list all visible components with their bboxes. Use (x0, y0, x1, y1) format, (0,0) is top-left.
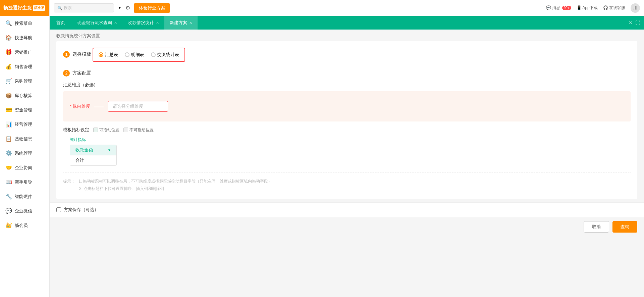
query-button[interactable]: 查询 (612, 221, 637, 233)
template-selector: 汇总表 明细表 交叉统计表 (93, 48, 185, 62)
main-area: 🔍 搜索 ▼ ⚙ 体验行业方案 💬 消息 99+ 📱 App下载 🎧 在线客服 … (50, 0, 644, 297)
sidebar-item-hardware[interactable]: 🔧 智能硬件 (0, 189, 49, 204)
step1-number: 1 (63, 51, 70, 58)
chevron-down-icon[interactable]: ▼ (118, 6, 121, 10)
search-placeholder-text: 搜索 (64, 5, 72, 11)
search-menu-icon: 🔍 (5, 20, 12, 27)
tab-bank-flow[interactable]: 现金银行流水查询 ✕ (72, 16, 122, 30)
indicator-table: 收款金额 ▼ 合计 (70, 145, 117, 166)
tab-home-label: 首页 (56, 20, 65, 26)
vertical-dimension-label: * 纵向维度 (70, 103, 90, 109)
indicator-content: 统计指标 收款金额 ▼ 合计 (63, 137, 631, 167)
sidebar-label-finance: 资金管理 (15, 107, 32, 113)
radio-cross[interactable]: 交叉统计表 (151, 52, 179, 58)
search-icon: 🔍 (57, 6, 62, 10)
tabbar-close-btn[interactable]: ✕ (629, 20, 633, 26)
content-area: 收款情况统计方案设置 1 选择模板 汇总表 明细表 (50, 30, 644, 297)
tab-collection-stat-close[interactable]: ✕ (156, 21, 159, 25)
non-draggable-toggle: 不可拖动位置 (123, 127, 154, 133)
tab-new-plan[interactable]: 新建方案 ✕ (164, 16, 198, 30)
topbar: 🔍 搜索 ▼ ⚙ 体验行业方案 💬 消息 99+ 📱 App下载 🎧 在线客服 … (50, 0, 644, 16)
topbar-actions: 💬 消息 99+ 📱 App下载 🎧 在线客服 用 (546, 3, 640, 13)
sidebar-item-marketing[interactable]: 🎁 营销推广 (0, 45, 49, 59)
hint-section: 提示： 1. 拖动标题栏可以调整布局，不可跨维度或指标区域拖动栏目字段（只能在同… (63, 172, 631, 192)
indicator-table-header[interactable]: 收款金额 ▼ (70, 145, 116, 155)
sidebar-item-basic-info[interactable]: 📋 基础信息 (0, 132, 49, 146)
sidebar-item-operation[interactable]: 📊 经营管理 (0, 117, 49, 132)
sidebar-item-purchase[interactable]: 🛒 采购管理 (0, 74, 49, 88)
user-avatar[interactable]: 用 (631, 3, 640, 13)
newbie-icon: 📖 (5, 179, 12, 185)
marketing-icon: 🎁 (5, 49, 12, 55)
sidebar-label-marketing: 营销推广 (15, 49, 32, 55)
radio-cross-dot (151, 52, 156, 57)
sidebar: 畅捷通好生意 标准版 🔍 搜索菜单 🏠 快捷导航 🎁 营销推广 💰 销售管理 🛒… (0, 0, 50, 297)
sidebar-item-sales[interactable]: 💰 销售管理 (0, 59, 49, 74)
draggable-toggle-box (93, 128, 98, 132)
sidebar-label-operation: 经营管理 (15, 121, 32, 128)
tab-collection-stat-label: 收款情况统计 (128, 20, 154, 26)
indicator-title: 模板指标设定 (63, 127, 89, 133)
tab-home[interactable]: 首页 (50, 16, 72, 30)
message-label[interactable]: 💬 消息 99+ (546, 5, 571, 11)
tab-collection-stat[interactable]: 收款情况统计 ✕ (122, 16, 164, 30)
tabbar-expand-btn[interactable]: ⛶ (635, 20, 640, 26)
sidebar-item-system[interactable]: ⚙️ 系统管理 (0, 146, 49, 160)
sidebar-label-search-menu: 搜索菜单 (15, 20, 32, 27)
cancel-button[interactable]: 取消 (584, 221, 609, 233)
dimension-section-title: 汇总维度（必选） (63, 82, 631, 88)
sidebar-item-search-menu[interactable]: 🔍 搜索菜单 (0, 16, 49, 31)
radio-summary-label: 汇总表 (105, 52, 118, 58)
basic-info-icon: 📋 (5, 136, 12, 142)
member-icon: 👑 (5, 222, 12, 229)
sidebar-label-member: 畅会员 (15, 222, 28, 229)
sidebar-label-sales: 销售管理 (15, 64, 32, 70)
radio-detail[interactable]: 明细表 (125, 52, 144, 58)
radio-summary-dot (99, 52, 103, 57)
sidebar-item-finance[interactable]: 💳 资金管理 (0, 103, 49, 117)
sidebar-item-inventory[interactable]: 📦 库存核算 (0, 88, 49, 103)
step2-section: 2 方案配置 汇总维度（必选） * 纵向维度 —— 请选择分组维度 (63, 70, 631, 192)
main-card: 1 选择模板 汇总表 明细表 交叉统计表 (56, 41, 637, 199)
app-name: 畅捷通好生意 (3, 5, 32, 11)
row-label: 合计 (75, 158, 84, 163)
breadcrumb: 收款情况统计方案设置 (50, 30, 644, 41)
radio-summary[interactable]: 汇总表 (99, 52, 118, 58)
finance-icon: 💳 (5, 107, 12, 113)
sidebar-item-member[interactable]: 👑 畅会员 (0, 218, 49, 233)
system-icon: ⚙️ (5, 150, 12, 156)
trial-button[interactable]: 体验行业方案 (134, 3, 170, 13)
sidebar-item-quick-nav[interactable]: 🏠 快捷导航 (0, 31, 49, 45)
tab-new-plan-label: 新建方案 (170, 20, 187, 26)
step1-label: 1 选择模板 (63, 51, 91, 58)
settings-icon[interactable]: ⚙ (125, 5, 130, 11)
step1-title: 选择模板 (72, 51, 91, 57)
stats-title: 统计指标 (70, 137, 631, 143)
topbar-search-box[interactable]: 🔍 搜索 (54, 3, 114, 12)
save-checkbox[interactable] (56, 207, 61, 212)
dimension-row: * 纵向维度 —— 请选择分组维度 (70, 101, 168, 112)
indicator-header: 模板指标设定 可拖动位置 不可拖动位置 (63, 127, 631, 133)
hardware-icon: 🔧 (5, 193, 12, 200)
tab-bank-flow-close[interactable]: ✕ (114, 21, 117, 25)
radio-detail-dot (125, 52, 129, 57)
sidebar-item-newbie[interactable]: 📖 新手引导 (0, 175, 49, 189)
support-label[interactable]: 🎧 在线客服 (603, 5, 625, 11)
draggable-toggle: 可拖动位置 (93, 127, 119, 133)
sidebar-item-enterprise[interactable]: 🤝 企业协同 (0, 160, 49, 175)
wechat-icon: 💬 (5, 208, 12, 214)
tab-new-plan-close[interactable]: ✕ (189, 21, 192, 25)
column-header-chevron[interactable]: ▼ (108, 148, 111, 152)
sidebar-label-enterprise: 企业协同 (15, 165, 32, 171)
dimension-select-placeholder: 请选择分组维度 (113, 104, 143, 109)
indicator-section: 模板指标设定 可拖动位置 不可拖动位置 统计指标 (63, 127, 631, 167)
download-label[interactable]: 📱 App下载 (577, 5, 598, 11)
dimension-area: * 纵向维度 —— 请选择分组维度 (63, 91, 631, 121)
dimension-section: 汇总维度（必选） * 纵向维度 —— 请选择分组维度 (63, 82, 631, 121)
dimension-select[interactable]: 请选择分组维度 (108, 101, 168, 112)
app-badge: 标准版 (33, 5, 45, 11)
sidebar-label-newbie: 新手引导 (15, 179, 32, 185)
tab-bank-flow-label: 现金银行流水查询 (77, 20, 112, 26)
step1-section: 1 选择模板 汇总表 明细表 交叉统计表 (63, 48, 631, 63)
sidebar-item-wechat[interactable]: 💬 企业微信 (0, 204, 49, 218)
